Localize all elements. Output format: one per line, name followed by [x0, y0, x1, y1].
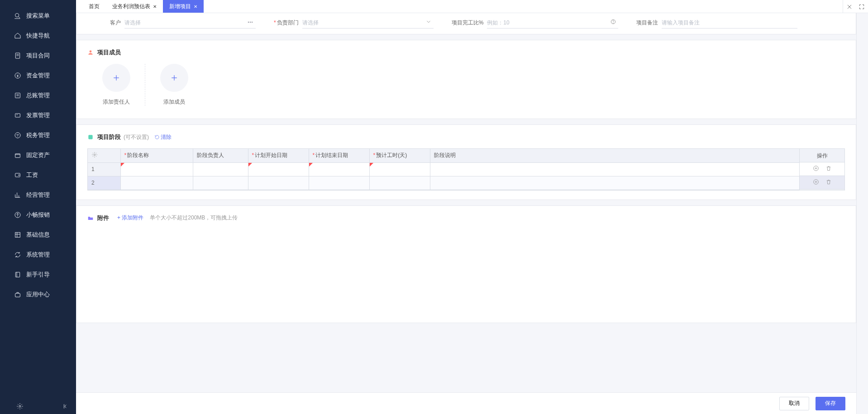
money-icon: [14, 71, 22, 80]
row-index: 2: [88, 176, 120, 190]
col-start: *计划开始日期: [248, 149, 309, 162]
sidebar-item-quicknav[interactable]: 快捷导航: [0, 26, 76, 46]
add-owner-label: 添加责任人: [87, 98, 145, 106]
sidebar-item-basic[interactable]: 基础信息: [0, 225, 76, 245]
cell-hours[interactable]: [369, 176, 430, 190]
sidebar-item-label: 项目合同: [26, 52, 50, 60]
svg-point-37: [94, 154, 95, 156]
close-icon[interactable]: ✕: [194, 4, 197, 9]
save-button[interactable]: 保存: [816, 397, 845, 410]
add-row-icon[interactable]: [813, 165, 819, 173]
sidebar-item-appcenter[interactable]: 应用中心: [0, 285, 76, 305]
list-icon: [14, 91, 22, 100]
cell-owner[interactable]: [193, 162, 248, 176]
row-index: 1: [88, 162, 120, 176]
sidebar-item-ledger[interactable]: 总账管理: [0, 86, 76, 105]
cell-end[interactable]: [309, 176, 369, 190]
tab-label: 首页: [89, 3, 100, 10]
customer-input[interactable]: [124, 17, 256, 29]
col-gear[interactable]: [88, 149, 120, 162]
stage-table: *阶段名称 阶段负责人 *计划开始日期 *计划结束日期 *预计工时(天) 阶段说…: [88, 149, 799, 190]
dept-select[interactable]: [302, 17, 434, 29]
cell-name[interactable]: [120, 162, 193, 176]
sidebar-item-label: 总账管理: [26, 91, 50, 100]
col-hours: *预计工时(天): [369, 149, 430, 162]
table-row[interactable]: 1: [88, 162, 799, 176]
help-icon[interactable]: [610, 19, 616, 26]
cell-end[interactable]: [309, 162, 369, 176]
settings-icon[interactable]: [16, 403, 24, 411]
svg-point-15: [19, 175, 19, 176]
col-op: 操作: [800, 149, 844, 162]
sidebar-item-search[interactable]: 搜索菜单: [0, 6, 76, 26]
sidebar-item-label: 基础信息: [26, 231, 50, 239]
cell-name[interactable]: [120, 176, 193, 190]
add-member-button[interactable]: [160, 64, 188, 92]
remark-input[interactable]: [662, 17, 797, 29]
home-icon: [14, 32, 22, 40]
sidebar-item-label: 发票管理: [26, 111, 50, 119]
add-attachment-button[interactable]: + 添加附件: [117, 214, 143, 222]
complete-label: 项目完工比%: [452, 19, 487, 27]
more-icon[interactable]: [247, 19, 254, 27]
sidebar-item-expense[interactable]: 小畅报销: [0, 205, 76, 225]
sidebar-item-invoice[interactable]: 发票管理: [0, 105, 76, 125]
section-stages: 项目阶段 (可不设置) 清除 *阶段名称 阶段负责人 *计划开始日期 *计划结束…: [76, 124, 856, 200]
section-title: 项目阶段: [97, 133, 121, 141]
close-panel-icon[interactable]: [843, 0, 855, 13]
col-end: *计划结束日期: [309, 149, 369, 162]
tab-new-project[interactable]: 新增项目✕: [163, 0, 204, 13]
cell-start[interactable]: [248, 176, 309, 190]
guide-icon: [14, 271, 22, 279]
row-ops: [800, 162, 844, 176]
sidebar-item-label: 系统管理: [26, 251, 50, 259]
form-strip: 客户 *负责部门 项目完工比% 项目备注: [76, 13, 856, 34]
sidebar-item-label: 快捷导航: [26, 32, 50, 40]
search-icon: [14, 12, 22, 20]
sidebar-item-asset[interactable]: 固定资产: [0, 145, 76, 165]
delete-row-icon[interactable]: [825, 165, 832, 173]
sidebar-item-fund[interactable]: 资金管理: [0, 66, 76, 86]
sidebar-item-tax[interactable]: 税务管理: [0, 125, 76, 145]
cell-hours[interactable]: [369, 162, 430, 176]
col-name: *阶段名称: [120, 149, 193, 162]
svg-rect-7: [15, 93, 20, 98]
tab-home[interactable]: 首页: [82, 0, 106, 13]
cancel-button[interactable]: 取消: [779, 397, 809, 410]
tab-profit-estimate[interactable]: 业务利润预估表✕: [106, 0, 163, 13]
cell-desc[interactable]: [430, 162, 799, 176]
sidebar-item-label: 工资: [26, 171, 38, 179]
complete-input[interactable]: [487, 17, 618, 29]
sidebar-item-label: 经营管理: [26, 191, 50, 199]
sidebar-item-guide[interactable]: 新手引导: [0, 265, 76, 285]
folder-icon: [87, 215, 94, 221]
user-icon: [87, 49, 94, 56]
add-owner-button[interactable]: [102, 64, 130, 92]
add-row-icon[interactable]: [813, 179, 819, 186]
stage-note: (可不设置): [124, 133, 149, 141]
scrollbar-track[interactable]: [856, 13, 868, 414]
sidebar-item-system[interactable]: 系统管理: [0, 245, 76, 265]
sidebar-item-contract[interactable]: 项目合同: [0, 46, 76, 66]
delete-row-icon[interactable]: [825, 179, 832, 186]
fullscreen-icon[interactable]: [855, 0, 868, 13]
page-content: 客户 *负责部门 项目完工比% 项目备注: [76, 13, 856, 414]
chevron-down-icon[interactable]: [425, 19, 432, 26]
sidebar-item-business[interactable]: 经营管理: [0, 185, 76, 205]
cell-desc[interactable]: [430, 176, 799, 190]
cell-start[interactable]: [248, 162, 309, 176]
close-icon[interactable]: ✕: [153, 4, 157, 9]
table-row[interactable]: 2: [88, 176, 799, 190]
clear-button[interactable]: 清除: [154, 133, 172, 141]
expense-icon: [14, 211, 22, 219]
svg-rect-21: [15, 293, 20, 297]
sidebar-item-label: 税务管理: [26, 131, 50, 139]
cell-owner[interactable]: [193, 176, 248, 190]
tab-label: 新增项目: [169, 3, 191, 10]
collapse-icon[interactable]: [62, 403, 70, 411]
sidebar: 搜索菜单 快捷导航 项目合同 资金管理 总账管理 发票管理 税务管理 固定资产: [0, 0, 76, 414]
svg-rect-10: [15, 114, 20, 117]
sidebar-item-salary[interactable]: 工资: [0, 165, 76, 185]
section-members: 项目成员 添加责任人 添加成员: [76, 40, 856, 119]
add-member-label: 添加成员: [145, 98, 203, 106]
